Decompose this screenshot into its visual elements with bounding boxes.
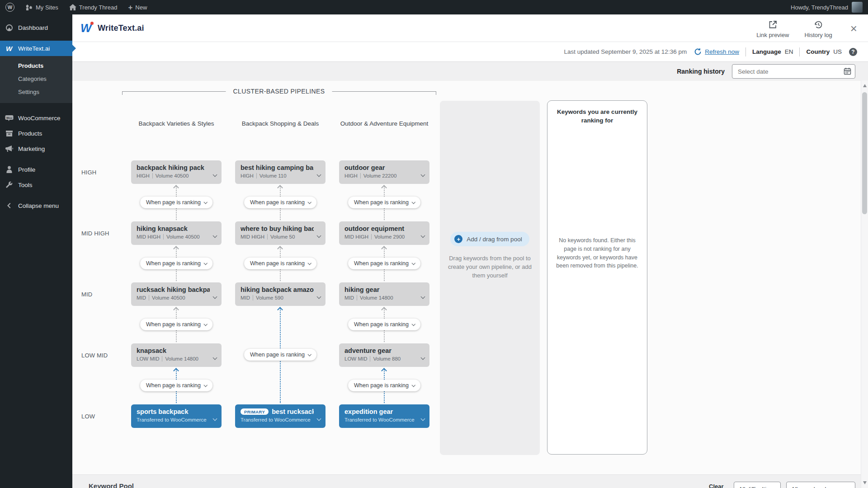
when-ranking-label: When page is ranking	[146, 199, 201, 206]
when-ranking-dropdown[interactable]: When page is ranking	[348, 258, 420, 269]
scrollbar-thumb[interactable]	[862, 92, 867, 214]
sidebar-item-label: WriteText.ai	[18, 45, 50, 52]
when-ranking-label: When page is ranking	[146, 382, 201, 389]
admin-bar-account[interactable]: Howdy, TrendyThread	[788, 0, 865, 14]
keyword-card[interactable]: hiking backpack amazonMIDVolume 590	[235, 282, 326, 306]
keyword-card[interactable]: expedition gearTransferred to WooCommerc…	[339, 404, 429, 428]
sidebar-item-woocommerce[interactable]: Woo WooCommerce	[0, 110, 72, 126]
keyword-title: knapsack	[137, 347, 210, 354]
wp-logo-menu[interactable]: W	[0, 0, 20, 14]
vertical-scrollbar[interactable]	[861, 80, 868, 488]
when-ranking-dropdown[interactable]: When page is ranking	[244, 258, 316, 269]
arrow-up-icon	[381, 307, 387, 313]
when-ranking-dropdown[interactable]: When page is ranking	[348, 319, 420, 330]
keyword-title: rucksack hiking backpack	[137, 286, 210, 293]
language-label: Language	[752, 48, 781, 55]
chevron-down-icon[interactable]	[317, 295, 321, 299]
keyword-card[interactable]: PRIMARYbest rucksack for ...Transferred …	[235, 404, 326, 428]
chevron-down-icon[interactable]	[213, 295, 217, 299]
when-ranking-dropdown[interactable]: When page is ranking	[140, 319, 212, 330]
chevron-down-icon[interactable]	[317, 417, 321, 421]
history-log-button[interactable]: History log	[804, 19, 832, 38]
cluster-section-title: CLUSTER-BASED PIPELINES	[226, 88, 332, 95]
chevron-down-icon[interactable]	[213, 173, 217, 177]
keyword-title: best hiking camping back...	[241, 164, 314, 171]
when-ranking-dropdown[interactable]: When page is ranking	[140, 258, 212, 269]
keyword-card[interactable]: where to buy hiking backp...MID HIGHVolu…	[235, 221, 326, 245]
pipeline-column-title: Backpack Shopping & Deals	[235, 120, 326, 127]
home-icon	[69, 4, 76, 11]
scroll-up-arrow[interactable]	[863, 84, 867, 87]
when-ranking-dropdown[interactable]: When page is ranking	[348, 197, 420, 208]
link-preview-button[interactable]: Link preview	[756, 19, 789, 38]
chevron-down-icon[interactable]	[421, 356, 425, 360]
chevron-down-icon[interactable]	[213, 417, 217, 421]
submenu-item-products[interactable]: Products	[0, 59, 72, 72]
search-volume-filter-select[interactable]: All search volumes	[786, 482, 855, 488]
chevron-down-icon[interactable]	[213, 356, 217, 360]
chevron-down-icon[interactable]	[317, 234, 321, 238]
when-ranking-dropdown[interactable]: When page is ranking	[244, 197, 316, 208]
clear-filters-button[interactable]: Clear	[709, 483, 724, 488]
keyword-card[interactable]: adventure gearLOW MIDVolume 880	[339, 343, 429, 367]
chevron-down-icon[interactable]	[421, 234, 425, 238]
keyword-card[interactable]: rucksack hiking backpackMIDVolume 40500	[131, 282, 222, 306]
keyword-card[interactable]: hiking knapsackMID HIGHVolume 40500	[131, 221, 222, 245]
chevron-down-icon	[411, 322, 415, 326]
keyword-meta: MID HIGHVolume 50	[241, 234, 314, 239]
sidebar-item-writetext[interactable]: W WriteText.ai	[0, 41, 72, 56]
site-menu[interactable]: Trendy Thread	[64, 0, 123, 14]
writetext-submenu: Products Categories Settings	[0, 56, 72, 103]
wordpress-logo-icon: W	[5, 3, 14, 12]
sidebar-item-products[interactable]: Products	[0, 126, 72, 141]
when-ranking-label: When page is ranking	[250, 352, 305, 358]
my-sites-menu[interactable]: My Sites	[20, 0, 64, 14]
arrow-up-icon	[277, 246, 283, 252]
difficulty-filter-select[interactable]: All difficulties	[734, 482, 781, 488]
scroll-down-arrow[interactable]	[863, 481, 867, 484]
calendar-icon[interactable]	[844, 67, 851, 77]
when-ranking-dropdown[interactable]: When page is ranking	[140, 380, 212, 391]
sidebar-item-label: Tools	[18, 182, 33, 188]
submenu-item-categories[interactable]: Categories	[0, 72, 72, 85]
chevron-down-icon[interactable]	[421, 295, 425, 299]
select-date-input[interactable]	[732, 64, 855, 79]
sidebar-item-collapse[interactable]: Collapse menu	[0, 198, 72, 213]
keyword-title: outdoor equipment	[344, 225, 418, 232]
when-ranking-dropdown[interactable]: When page is ranking	[244, 349, 316, 361]
keyword-meta: MID HIGHVolume 2900	[344, 234, 418, 239]
language-value[interactable]: EN	[785, 48, 793, 55]
when-ranking-dropdown[interactable]: When page is ranking	[348, 380, 420, 391]
close-icon[interactable]: ×	[850, 23, 857, 34]
keyword-card[interactable]: knapsackLOW MIDVolume 14800	[131, 343, 222, 367]
chevron-down-icon[interactable]	[421, 173, 425, 177]
keyword-meta: LOW MIDVolume 14800	[137, 356, 210, 361]
keyword-card[interactable]: outdoor gearHIGHVolume 22200	[339, 160, 429, 184]
submenu-item-settings[interactable]: Settings	[0, 85, 72, 99]
chevron-down-icon[interactable]	[213, 234, 217, 238]
sidebar-item-dashboard[interactable]: Dashboard	[0, 20, 72, 35]
sidebar-item-marketing[interactable]: Marketing	[0, 141, 72, 156]
add-drag-from-pool-button[interactable]: + Add / drag from pool	[450, 232, 529, 246]
refresh-icon[interactable]	[694, 48, 702, 56]
keyword-card[interactable]: backpack hiking packHIGHVolume 40500	[131, 160, 222, 184]
keyword-card[interactable]: hiking gearMIDVolume 14800	[339, 282, 429, 306]
pipeline-column-title: Outdoor & Adventure Equipment	[339, 120, 429, 127]
writetext-logo-icon: W	[80, 21, 94, 35]
sidebar-item-profile[interactable]: Profile	[0, 162, 72, 177]
keyword-title: adventure gear	[344, 347, 418, 354]
keyword-card[interactable]: outdoor equipmentMID HIGHVolume 2900	[339, 221, 429, 245]
keyword-card[interactable]: best hiking camping back...HIGHVolume 11…	[235, 160, 326, 184]
chevron-down-icon[interactable]	[317, 173, 321, 177]
keyword-card[interactable]: sports backpackTransferred to WooCommerc…	[131, 404, 222, 428]
when-ranking-dropdown[interactable]: When page is ranking	[140, 197, 212, 208]
when-ranking-label: When page is ranking	[354, 382, 409, 389]
sidebar-item-tools[interactable]: Tools	[0, 177, 72, 192]
new-content-menu[interactable]: + New	[123, 0, 152, 14]
help-icon[interactable]: ?	[849, 48, 857, 56]
keyword-meta: MID HIGHVolume 40500	[137, 234, 210, 239]
chevron-down-icon[interactable]	[421, 417, 425, 421]
refresh-now-link[interactable]: Refresh now	[705, 48, 739, 55]
woocommerce-icon: Woo	[5, 115, 14, 122]
country-value[interactable]: US	[833, 48, 842, 55]
